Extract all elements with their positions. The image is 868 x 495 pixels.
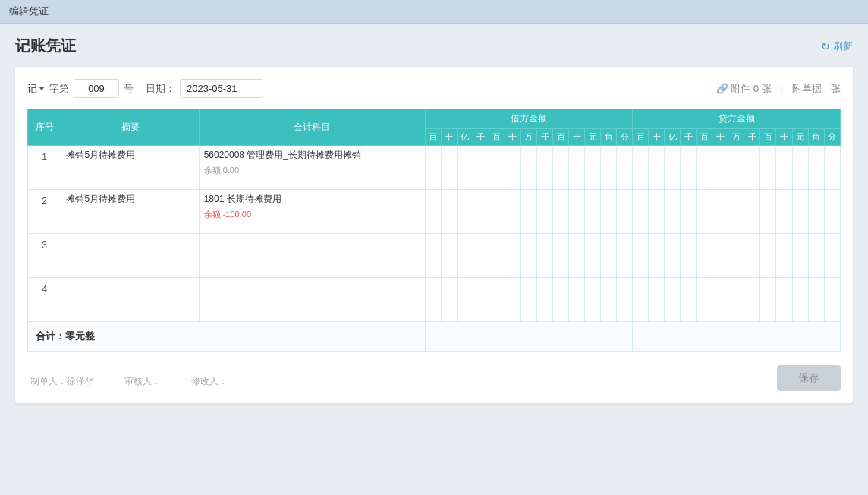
attachment-doc-link[interactable]: 附单据 — [792, 82, 822, 96]
cell-summary[interactable]: 摊销5月待摊费用 — [61, 146, 199, 190]
cell-debit-2[interactable] — [457, 278, 473, 322]
cell-credit-5[interactable] — [712, 190, 728, 234]
cell-debit-4[interactable] — [489, 190, 505, 234]
cell-debit-6[interactable] — [520, 146, 536, 190]
cell-credit-3[interactable] — [681, 146, 697, 190]
cell-debit-0[interactable] — [425, 278, 441, 322]
voucher-type-button[interactable]: 记 — [27, 82, 45, 96]
cell-credit-5[interactable] — [712, 234, 728, 278]
cell-credit-0[interactable] — [633, 278, 649, 322]
cell-credit-2[interactable] — [665, 234, 681, 278]
voucher-number-input[interactable] — [74, 79, 119, 98]
cell-debit-3[interactable] — [473, 234, 489, 278]
cell-credit-6[interactable] — [728, 190, 744, 234]
cell-credit-0[interactable] — [633, 190, 649, 234]
cell-credit-5[interactable] — [712, 278, 728, 322]
cell-debit-7[interactable] — [537, 234, 553, 278]
cell-debit-8[interactable] — [553, 234, 569, 278]
cell-summary[interactable]: 摊销5月待摊费用 — [61, 190, 199, 234]
cell-credit-1[interactable] — [649, 146, 665, 190]
cell-credit-2[interactable] — [665, 190, 681, 234]
cell-debit-4[interactable] — [489, 278, 505, 322]
cell-credit-7[interactable] — [744, 190, 760, 234]
cell-debit-3[interactable] — [473, 278, 489, 322]
cell-debit-6[interactable] — [520, 190, 536, 234]
cell-debit-1[interactable] — [441, 190, 457, 234]
cell-credit-5[interactable] — [712, 146, 728, 190]
cell-credit-8[interactable] — [760, 234, 776, 278]
cell-debit-5[interactable] — [505, 146, 520, 190]
cell-debit-2[interactable] — [457, 146, 473, 190]
cell-debit-1[interactable] — [441, 234, 457, 278]
cell-debit-12[interactable] — [617, 234, 633, 278]
cell-credit-8[interactable] — [760, 146, 776, 190]
cell-debit-12[interactable] — [617, 190, 633, 234]
cell-debit-8[interactable] — [553, 278, 569, 322]
cell-debit-4[interactable] — [489, 146, 505, 190]
cell-debit-8[interactable] — [553, 190, 569, 234]
cell-debit-10[interactable] — [585, 146, 601, 190]
cell-debit-4[interactable] — [489, 234, 505, 278]
cell-credit-8[interactable] — [760, 190, 776, 234]
cell-credit-10[interactable] — [792, 278, 808, 322]
attachment-link[interactable]: 🔗 附件 0 张 — [716, 82, 771, 96]
cell-credit-12[interactable] — [824, 146, 840, 190]
cell-credit-4[interactable] — [697, 278, 712, 322]
date-input[interactable] — [180, 79, 263, 98]
cell-credit-10[interactable] — [792, 190, 808, 234]
cell-credit-6[interactable] — [728, 234, 744, 278]
cell-credit-7[interactable] — [744, 278, 760, 322]
cell-credit-8[interactable] — [760, 278, 776, 322]
cell-debit-11[interactable] — [601, 190, 617, 234]
cell-credit-12[interactable] — [824, 190, 840, 234]
cell-debit-9[interactable] — [569, 190, 585, 234]
cell-credit-10[interactable] — [792, 146, 808, 190]
cell-debit-9[interactable] — [569, 278, 585, 322]
cell-debit-7[interactable] — [537, 146, 553, 190]
cell-account[interactable] — [199, 234, 425, 278]
cell-debit-3[interactable] — [473, 190, 489, 234]
cell-debit-1[interactable] — [441, 278, 457, 322]
cell-credit-3[interactable] — [681, 190, 697, 234]
cell-credit-1[interactable] — [649, 234, 665, 278]
cell-credit-1[interactable] — [649, 278, 665, 322]
cell-credit-3[interactable] — [681, 278, 697, 322]
cell-credit-0[interactable] — [633, 146, 649, 190]
cell-credit-9[interactable] — [776, 234, 792, 278]
cell-debit-10[interactable] — [585, 234, 601, 278]
cell-credit-9[interactable] — [776, 190, 792, 234]
cell-debit-7[interactable] — [537, 190, 553, 234]
cell-credit-4[interactable] — [697, 234, 712, 278]
cell-credit-12[interactable] — [824, 278, 840, 322]
cell-debit-5[interactable] — [505, 234, 520, 278]
cell-account[interactable]: 56020008 管理费用_长期待摊费用摊销余额:0.00 — [199, 146, 425, 190]
cell-debit-6[interactable] — [520, 234, 536, 278]
cell-credit-3[interactable] — [681, 234, 697, 278]
cell-credit-10[interactable] — [792, 234, 808, 278]
cell-debit-11[interactable] — [601, 278, 617, 322]
save-button[interactable]: 保存 — [777, 365, 841, 391]
cell-summary[interactable] — [61, 278, 199, 322]
cell-credit-11[interactable] — [808, 278, 824, 322]
cell-debit-0[interactable] — [425, 234, 441, 278]
cell-credit-4[interactable] — [697, 190, 712, 234]
cell-credit-1[interactable] — [649, 190, 665, 234]
cell-debit-10[interactable] — [585, 278, 601, 322]
cell-credit-6[interactable] — [728, 278, 744, 322]
cell-debit-1[interactable] — [441, 146, 457, 190]
cell-credit-11[interactable] — [808, 146, 824, 190]
cell-debit-11[interactable] — [601, 234, 617, 278]
cell-debit-11[interactable] — [601, 146, 617, 190]
cell-credit-11[interactable] — [808, 190, 824, 234]
cell-debit-2[interactable] — [457, 190, 473, 234]
cell-credit-2[interactable] — [665, 278, 681, 322]
cell-credit-4[interactable] — [697, 146, 712, 190]
cell-debit-5[interactable] — [505, 278, 520, 322]
cell-debit-0[interactable] — [425, 190, 441, 234]
cell-debit-0[interactable] — [425, 146, 441, 190]
cell-account[interactable] — [199, 278, 425, 322]
cell-debit-12[interactable] — [617, 278, 633, 322]
cell-credit-6[interactable] — [728, 146, 744, 190]
cell-debit-10[interactable] — [585, 190, 601, 234]
cell-debit-8[interactable] — [553, 146, 569, 190]
